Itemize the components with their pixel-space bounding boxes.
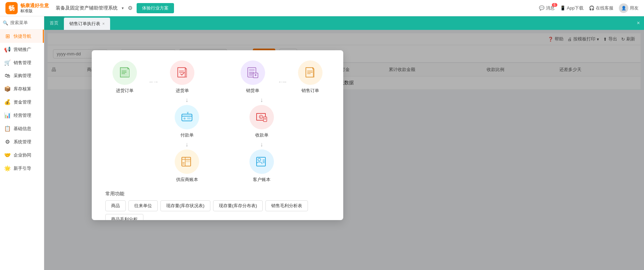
sidebar-item-label: 快捷导航	[14, 33, 31, 39]
sidebar-item-quick-nav[interactable]: ⊞ 快捷导航	[0, 30, 44, 43]
customer-account-node[interactable]: 客户账本	[241, 149, 282, 183]
gear-button[interactable]: ⚙	[128, 5, 133, 11]
func-goods[interactable]: 商品	[105, 200, 126, 211]
payment-bill-label: 付款单	[180, 132, 194, 138]
flow-row-1: 进货订单 - - →	[105, 60, 330, 94]
svg-point-21	[184, 118, 186, 120]
sale-order-node[interactable]: 销售订单	[291, 60, 330, 94]
sidebar-item-label: 经营管理	[14, 112, 31, 119]
down-arrow-sb-icon: ↓	[260, 96, 263, 104]
sidebar-item-system[interactable]: ⚙ 系统管理	[0, 135, 44, 148]
sidebar-item-label: 销售管理	[14, 60, 31, 66]
spacer-r2-1	[105, 105, 146, 138]
spacer-r2-3	[207, 105, 241, 138]
receipt-bill-icon: ¥	[255, 111, 268, 124]
logo-sub-text: 标准版	[20, 8, 49, 14]
sidebar-item-base[interactable]: 📋 基础信息	[0, 122, 44, 135]
operations-icon: 📊	[4, 112, 11, 119]
sidebar-item-purchase[interactable]: 🛍 采购管理	[0, 69, 44, 82]
sidebar-item-sales[interactable]: 🛒 销售管理	[0, 56, 44, 69]
online-service-action[interactable]: 🎧 在线客服	[589, 5, 613, 11]
finance-icon: 💰	[4, 99, 11, 105]
tab-bar: 首页 销售订单执行表 × ×	[44, 16, 644, 30]
user-name: 用友	[630, 5, 639, 11]
func-goods-profit[interactable]: 商品毛利分析	[105, 214, 143, 220]
logo-icon: 畅	[5, 2, 18, 14]
system-dropdown-btn[interactable]: ▾	[122, 6, 124, 11]
system-name: 装备及固定资产辅助管理系统	[56, 5, 118, 11]
down-arrow-rec: ↓	[241, 141, 282, 148]
purchase-order-node[interactable]: 进货订单	[105, 60, 144, 94]
sidebar-item-label: 库存核算	[14, 86, 31, 92]
flow-diagram: 进货订单 - - →	[105, 60, 330, 185]
spacer-r3-2	[146, 149, 167, 183]
svg-rect-22	[187, 118, 191, 119]
common-func-title: 常用功能	[105, 191, 330, 197]
supplier-account-node[interactable]: 供应商账本	[167, 149, 207, 183]
down-arrow-pb-icon: ↓	[186, 96, 189, 104]
sale-bill-circle	[241, 60, 265, 85]
app-download-action[interactable]: 📱 App下载	[560, 5, 584, 11]
tab-home-label: 首页	[50, 20, 58, 26]
tab-sale-execution[interactable]: 销售订单执行表 ×	[64, 18, 110, 30]
spacer-r2-2	[146, 105, 167, 138]
logo-text: 畅康通好生意 标准版	[20, 2, 49, 14]
experience-button[interactable]: 体验行业方案	[137, 3, 174, 13]
spacer-r3-3	[207, 149, 241, 183]
spacer-r3-1	[105, 149, 146, 183]
dashed-arrow-icon: - - →	[149, 78, 158, 86]
purchase-bill-label: 进货单	[176, 88, 189, 94]
content-area: 首页 销售订单执行表 × × ❓ 帮助 🖨	[44, 16, 644, 270]
tab-active-label: 销售订单执行表	[69, 21, 100, 27]
sales-icon: 🛒	[4, 59, 11, 66]
down-arrow-pb: ↓	[167, 96, 207, 104]
main-area: 🔍 搜索菜单 ⊞ 快捷导航 📢 营销推广 🛒 销售管理 🛍 采购管理 📦	[0, 16, 644, 270]
purchase-bill-icon	[176, 66, 189, 79]
tab-home[interactable]: 首页	[44, 16, 64, 30]
sidebar-search[interactable]: 🔍 搜索菜单	[0, 16, 44, 30]
sale-order-icon	[304, 66, 317, 79]
guide-icon: 🌟	[4, 165, 11, 172]
receipt-bill-circle: ¥	[249, 105, 274, 129]
spacer-2	[207, 96, 241, 104]
svg-text:¥: ¥	[187, 111, 189, 114]
func-partners[interactable]: 往来单位	[128, 200, 158, 211]
sidebar: 🔍 搜索菜单 ⊞ 快捷导航 📢 营销推广 🛒 销售管理 🛍 采购管理 📦	[0, 16, 44, 270]
sidebar-item-guide[interactable]: 🌟 新手引导	[0, 162, 44, 175]
close-all-tabs[interactable]: ×	[637, 20, 640, 26]
payment-bill-node[interactable]: ¥ 付款单	[167, 105, 207, 138]
app-download-label: App下载	[567, 5, 584, 11]
marketing-icon: 📢	[4, 46, 11, 53]
sidebar-item-operations[interactable]: 📊 经营管理	[0, 109, 44, 122]
system-icon: ⚙	[4, 139, 11, 145]
search-label: 搜索菜单	[10, 20, 28, 26]
message-action[interactable]: 💬 消息 6	[539, 5, 555, 11]
sidebar-item-enterprise[interactable]: 🤝 企业协同	[0, 148, 44, 162]
sidebar-item-label: 采购管理	[14, 73, 31, 79]
user-action[interactable]: 👤 用友	[619, 3, 639, 13]
func-stock-dist[interactable]: 现存量(库存分布表)	[213, 200, 263, 211]
sidebar-item-finance[interactable]: 💰 资金管理	[0, 95, 44, 109]
func-stock-status[interactable]: 现存量(库存状况表)	[160, 200, 210, 211]
sidebar-item-marketing[interactable]: 📢 营销推广	[0, 43, 44, 56]
message-icon: 💬	[539, 5, 544, 11]
search-icon: 🔍	[3, 20, 8, 25]
supplier-account-circle	[175, 149, 199, 174]
common-functions: 常用功能 商品 往来单位 现存量(库存状况表) 现存量(库存分布表) 销售毛利分…	[105, 191, 330, 220]
tab-close-icon[interactable]: ×	[102, 21, 105, 26]
supplier-account-icon	[180, 155, 193, 168]
headset-icon: 🎧	[589, 5, 594, 11]
sale-bill-icon	[246, 66, 259, 79]
flow-row-2: ¥ 付款单	[105, 105, 330, 138]
sidebar-item-inventory[interactable]: 📦 库存核算	[0, 82, 44, 95]
customer-account-circle	[249, 149, 274, 174]
sidebar-item-label: 资金管理	[14, 99, 31, 105]
logo-area: 畅 畅康通好生意 标准版	[5, 2, 49, 14]
page-content: ❓ 帮助 🖨 按模板打印 ▾ ⬆ 导出 ↻ 刷新	[44, 30, 644, 270]
purchase-bill-node[interactable]: 进货单	[163, 60, 202, 94]
app-root: 畅 畅康通好生意 标准版 装备及固定资产辅助管理系统 ▾ ⚙ 体验行业方案 💬 …	[0, 0, 644, 270]
customer-account-icon	[255, 155, 268, 168]
receipt-bill-node[interactable]: ¥ 收款单	[241, 105, 282, 138]
func-sale-profit[interactable]: 销售毛利分析表	[265, 200, 308, 211]
sale-bill-node[interactable]: 销货单	[233, 60, 272, 94]
